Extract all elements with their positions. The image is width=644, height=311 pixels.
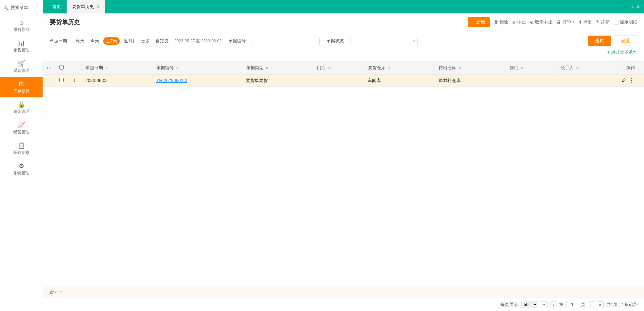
sidebar-item-label: 基础信息: [13, 150, 30, 156]
display-detail-label: 显示明细: [620, 19, 637, 25]
tab-home[interactable]: 首页: [47, 0, 67, 13]
tab-close-icon[interactable]: ✕: [97, 4, 100, 9]
row-dest-warehouse-cell: 原材料仓库: [435, 75, 505, 87]
row-bill-no-link[interactable]: YH-20230602-0: [156, 78, 187, 83]
sidebar-item-label: 采购管理: [13, 68, 30, 74]
row-checkbox[interactable]: [59, 78, 64, 82]
finance-icon: 🔒: [18, 101, 25, 107]
page-input[interactable]: [566, 301, 578, 308]
col-req-warehouse-label: 要货仓库: [368, 65, 385, 70]
col-req-warehouse[interactable]: 要货仓库 ⇅: [364, 61, 434, 75]
inventory-icon: ⊞: [19, 81, 24, 87]
row-store-cell: [313, 75, 364, 87]
expand-conditions-button[interactable]: ▾ 展开更多条件: [607, 49, 637, 55]
window-maximize-btn[interactable]: □: [630, 4, 633, 9]
stop-button[interactable]: ⊘ 中止: [512, 19, 526, 25]
date-opt-1month[interactable]: 近1月: [122, 37, 137, 45]
date-opt-7days[interactable]: 近7天: [103, 37, 120, 45]
date-opt-today[interactable]: 今天: [89, 37, 101, 45]
row-date: 2023-06-02: [86, 78, 108, 83]
col-bill-type[interactable]: 单据类型 ⇅: [242, 61, 313, 75]
tab-req-history[interactable]: 要货单历史 ✕: [67, 0, 105, 13]
row-bill-type-cell: 要货单要货: [242, 75, 313, 87]
basic-info-icon: 📋: [18, 142, 25, 148]
filter-row-1: 单据日期 昨天 今天 近7天 近1月 更多 自定义 2023-05-27 至 2…: [50, 36, 637, 46]
col-bill-no[interactable]: 单据编号 ⇅: [152, 61, 242, 75]
sidebar-item-system[interactable]: ⚙ 系统管理: [0, 159, 43, 179]
operations-icon: 📈: [18, 122, 25, 128]
delete-label: 删除: [499, 19, 508, 25]
col-dept-label: 部门: [510, 65, 519, 70]
sidebar-item-basic-info[interactable]: 📋 基础信息: [0, 138, 43, 159]
sidebar-item-label: 库存核算: [13, 88, 30, 94]
date-opt-custom[interactable]: 自定义: [154, 37, 171, 45]
first-page-button[interactable]: «: [541, 301, 548, 308]
date-opt-more[interactable]: 更多: [139, 37, 152, 45]
refresh-label: 刷新: [601, 19, 610, 25]
refresh-icon: ↻: [596, 19, 600, 25]
cancel-stop-button[interactable]: ⊘ 取消中止: [530, 19, 552, 25]
sidebar-item-label: 资金管理: [13, 109, 30, 115]
col-req-warehouse-sort-icon: ⇅: [387, 66, 390, 70]
sidebar-item-sales[interactable]: 📊 销售管理: [0, 36, 43, 56]
col-dest-warehouse-sort-icon: ⇅: [459, 66, 461, 70]
prev-page-button[interactable]: ‹: [550, 301, 556, 308]
bill-no-input[interactable]: [253, 37, 320, 45]
sidebar-item-finance[interactable]: 🔒 资金管理: [0, 97, 43, 118]
filter-bar: 单据日期 昨天 今天 近7天 近1月 更多 自定义 2023-05-27 至 2…: [43, 31, 644, 61]
current-page-label: 第: [559, 302, 564, 308]
col-settings[interactable]: ⚙: [43, 61, 55, 75]
select-all-checkbox[interactable]: [59, 65, 64, 70]
col-num: [68, 61, 82, 75]
export-button[interactable]: ⬆ 导出: [578, 19, 592, 25]
sidebar-item-inventory[interactable]: ⊞ 库存核算: [0, 77, 43, 97]
refresh-button[interactable]: ↻ 刷新: [596, 19, 610, 25]
col-dest-warehouse[interactable]: 待出仓库 ⇅: [435, 61, 505, 75]
window-minimize-btn[interactable]: —: [622, 4, 626, 9]
col-bill-type-label: 单据类型: [246, 65, 264, 70]
col-settings-icon: ⚙: [47, 65, 51, 71]
new-button[interactable]: + 新增: [468, 17, 490, 27]
col-handler[interactable]: 经手人 ⇅: [556, 61, 617, 75]
page-size-select[interactable]: 50 100 200: [521, 301, 538, 308]
display-detail-button[interactable]: 显示明细: [614, 19, 637, 25]
col-dept[interactable]: 部门 ⇅: [505, 61, 556, 75]
expand-icon: ▾: [607, 50, 610, 55]
row-req-warehouse-cell: 车间库: [364, 75, 434, 87]
system-icon: ⚙: [19, 163, 24, 169]
print-chevron-icon: ▾: [572, 20, 574, 24]
next-page-button[interactable]: ›: [588, 301, 594, 308]
total-info: 共1页，1条记录: [606, 302, 637, 308]
query-button[interactable]: 查询: [588, 36, 611, 46]
col-action: 操作: [617, 61, 644, 75]
sidebar-item-label: 系统管理: [13, 170, 30, 176]
window-close-btn[interactable]: ✕: [637, 4, 640, 9]
row-dept-cell: [505, 75, 556, 87]
col-store-sort-icon: ⇅: [328, 66, 331, 70]
status-select-wrap: [351, 37, 418, 45]
print-button[interactable]: 🖨 打印 ▾: [556, 19, 574, 25]
row-edit-icon[interactable]: 🖊: [622, 77, 627, 84]
col-date[interactable]: 单据日期 ⇅: [82, 61, 152, 75]
sidebar-search-label: 搜索菜单: [11, 5, 28, 11]
sidebar-item-purchase[interactable]: 🛒 采购管理: [0, 56, 43, 77]
sidebar-item-operations[interactable]: 📈 经营管理: [0, 118, 43, 138]
col-date-label: 单据日期: [86, 65, 103, 70]
settings-button[interactable]: 设置: [614, 36, 637, 46]
print-icon: 🖨: [556, 19, 561, 25]
print-label: 打印: [562, 19, 571, 25]
tab-req-history-label: 要货单历史: [72, 4, 94, 10]
last-page-button[interactable]: »: [597, 301, 604, 308]
page-title-bar: 要货单历史 + 新增 🗑 删除 ⊘ 中止 ⊘ 取消中止 🖨: [43, 13, 644, 31]
date-opt-yesterday[interactable]: 昨天: [74, 37, 87, 45]
delete-button[interactable]: 🗑 删除: [494, 19, 508, 25]
col-store-label: 门店: [317, 65, 326, 70]
table-footer: 合计：: [43, 286, 644, 298]
row-more-icon[interactable]: ⋮⋮: [629, 77, 640, 84]
sidebar-item-quick-nav[interactable]: ⌂ 快捷导航: [0, 15, 43, 36]
col-store[interactable]: 门店 ⇅: [313, 61, 364, 75]
status-select[interactable]: [351, 37, 418, 45]
sidebar-search[interactable]: 🔍 搜索菜单: [0, 0, 43, 15]
row-num-cell: 1: [68, 75, 82, 87]
table-row: 1 2023-06-02 YH-20230602-0 要货单要货: [43, 75, 644, 87]
